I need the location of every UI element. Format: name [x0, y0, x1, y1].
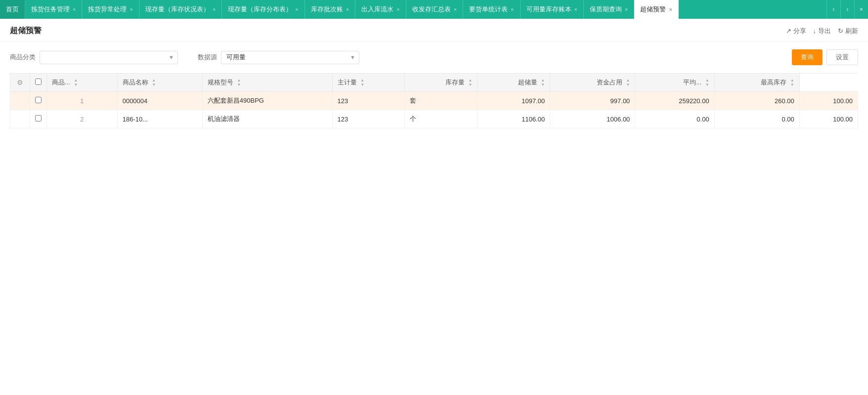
nav-close-inventory-dist[interactable]: × [295, 6, 298, 12]
datasource-filter-group: 数据源 ▼ [198, 51, 359, 64]
table-body: 1 0000004 六配套新昌490BPG 123 套 1097.00 997.… [10, 92, 858, 128]
col-checkbox-all [30, 74, 47, 92]
nav-close-recv-send[interactable]: × [454, 6, 457, 12]
sort-arrows-product-code: ▲▼ [74, 79, 78, 87]
row-capital: 0.00 [635, 110, 714, 128]
row-number: 1 [47, 92, 118, 110]
nav-close-avail-account[interactable]: × [574, 6, 577, 12]
nav-recv-send[interactable]: 收发存汇总表 × [406, 0, 463, 19]
category-filter-group: 商品分类 ▼ [10, 51, 178, 64]
refresh-button[interactable]: ↻ 刷新 [838, 27, 858, 36]
share-icon: ↗ [786, 27, 791, 35]
nav-close-inventory-status[interactable]: × [213, 6, 216, 12]
header-actions: ↗ 分享 ↓ 导出 ↻ 刷新 [786, 27, 859, 36]
table-wrapper: ⚙ 商品... ▲▼ 商品名称 ▲▼ 规格型号 ▲▼ [0, 73, 868, 128]
nav-task-mgmt[interactable]: 拣货任务管理 × [25, 0, 82, 19]
col-inventory[interactable]: 库存量 ▲▼ [405, 74, 477, 92]
gear-icon[interactable]: ⚙ [17, 79, 23, 86]
page-header: 超储预警 ↗ 分享 ↓ 导出 ↻ 刷新 [0, 19, 868, 41]
sort-arrows-max-stock: ▲▼ [790, 79, 794, 87]
row-overstock: 1006.00 [550, 110, 635, 128]
share-button[interactable]: ↗ 分享 [786, 27, 806, 36]
sort-arrows-product-name: ▲▼ [152, 79, 156, 87]
col-product-name[interactable]: 商品名称 ▲▼ [117, 74, 202, 92]
sort-arrows-overstock: ▲▼ [541, 79, 545, 87]
settings-button[interactable]: 设置 [826, 49, 858, 65]
col-product-code[interactable]: 商品... ▲▼ [47, 74, 118, 92]
nav-close-task-mgmt[interactable]: × [73, 6, 76, 12]
row-unit: 个 [405, 110, 477, 128]
page-content: 超储预警 ↗ 分享 ↓ 导出 ↻ 刷新 商品分类 ▼ 数据源 [0, 19, 868, 395]
row-capital: 259220.00 [635, 92, 714, 110]
row-spec: 123 [332, 110, 405, 128]
nav-close-overstock-alert[interactable]: × [669, 6, 672, 12]
table-row: 1 0000004 六配套新昌490BPG 123 套 1097.00 997.… [10, 92, 858, 110]
nav-avail-account[interactable]: 可用量库存账本 × [521, 0, 584, 19]
category-select-wrapper: ▼ [40, 51, 178, 64]
row-checkbox-cell [30, 92, 47, 110]
row-avg: 0.00 [714, 110, 799, 128]
export-button[interactable]: ↓ 导出 [813, 27, 831, 36]
row-avg: 260.00 [714, 92, 799, 110]
nav-home[interactable]: 首页 [0, 0, 25, 19]
sort-arrows-avg: ▲▼ [705, 79, 709, 87]
nav-exception[interactable]: 拣货异常处理 × [82, 0, 139, 19]
row-unit: 套 [405, 92, 477, 110]
col-max-stock[interactable]: 最高库存 ▲▼ [714, 74, 799, 92]
datasource-select-wrapper: ▼ [221, 51, 359, 64]
nav-inventory-dist[interactable]: 现存量（库存分布表） × [222, 0, 304, 19]
nav-close-inout-flow[interactable]: × [396, 6, 399, 12]
nav-arrow-right[interactable]: › [840, 0, 854, 19]
nav-batch-account[interactable]: 库存批次账 × [305, 0, 355, 19]
refresh-icon: ↻ [838, 27, 843, 35]
col-capital[interactable]: 资金占用 ▲▼ [550, 74, 635, 92]
nav-quality-check[interactable]: 保质期查询 × [584, 0, 634, 19]
filter-actions: 查询 设置 [792, 49, 858, 65]
nav-arrows: ‹ › × [826, 0, 868, 19]
top-navigation: 首页 拣货任务管理 × 拣货异常处理 × 现存量（库存状况表） × 现存量（库存… [0, 0, 868, 19]
col-unit[interactable]: 主计量 ▲▼ [332, 74, 405, 92]
row-product-name: 机油滤清器 [202, 110, 332, 128]
nav-order-stat[interactable]: 要货单统计表 × [463, 0, 520, 19]
row-product-code: 186-10... [117, 110, 202, 128]
nav-inventory-status[interactable]: 现存量（库存状况表） × [139, 0, 222, 19]
row-checkbox-2[interactable] [35, 115, 42, 121]
col-overstock[interactable]: 超储量 ▲▼ [477, 74, 550, 92]
col-gear: ⚙ [10, 74, 30, 92]
category-label: 商品分类 [10, 53, 36, 62]
datasource-label: 数据源 [198, 53, 217, 62]
nav-close-batch-account[interactable]: × [346, 6, 349, 12]
row-number: 2 [47, 110, 118, 128]
sort-arrows-unit: ▲▼ [360, 79, 364, 87]
row-inventory: 1097.00 [477, 92, 550, 110]
nav-arrow-close[interactable]: × [854, 0, 868, 19]
row-gear-cell [10, 92, 30, 110]
col-spec[interactable]: 规格型号 ▲▼ [202, 74, 332, 92]
table-header-row: ⚙ 商品... ▲▼ 商品名称 ▲▼ 规格型号 ▲▼ [10, 74, 858, 92]
nav-arrow-left[interactable]: ‹ [826, 0, 840, 19]
sort-arrows-spec: ▲▼ [237, 79, 241, 87]
row-product-name: 六配套新昌490BPG [202, 92, 332, 110]
nav-overstock-alert[interactable]: 超储预警 × [634, 0, 678, 19]
nav-close-quality-check[interactable]: × [625, 6, 628, 12]
row-max-stock: 100.00 [799, 110, 858, 128]
filter-area: 商品分类 ▼ 数据源 ▼ 查询 设置 [0, 41, 868, 73]
sort-arrows-inventory: ▲▼ [468, 79, 472, 87]
datasource-select-input[interactable] [221, 51, 359, 64]
table-row: 2 186-10... 机油滤清器 123 个 1106.00 1006.00 … [10, 110, 858, 128]
nav-close-exception[interactable]: × [130, 6, 132, 12]
row-overstock: 997.00 [550, 92, 635, 110]
row-checkbox-1[interactable] [35, 97, 42, 103]
col-avg[interactable]: 平均... ▲▼ [635, 74, 714, 92]
data-table: ⚙ 商品... ▲▼ 商品名称 ▲▼ 规格型号 ▲▼ [10, 73, 858, 128]
sort-arrows-capital: ▲▼ [626, 79, 630, 87]
row-inventory: 1106.00 [477, 110, 550, 128]
select-all-checkbox[interactable] [35, 79, 42, 85]
category-select-input[interactable] [40, 51, 178, 64]
page-title: 超储预警 [10, 26, 42, 36]
nav-close-order-stat[interactable]: × [511, 6, 514, 12]
row-checkbox-cell [30, 110, 47, 128]
nav-inout-flow[interactable]: 出入库流水 × [355, 0, 406, 19]
row-gear-cell [10, 110, 30, 128]
query-button[interactable]: 查询 [792, 49, 823, 65]
